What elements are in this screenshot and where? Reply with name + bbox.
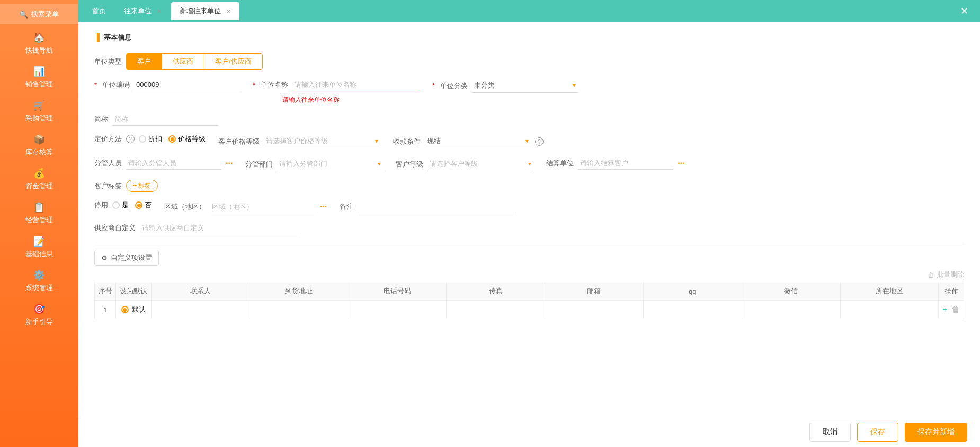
unit-type-label: 单位类型 <box>94 57 122 66</box>
department-select[interactable]: 请输入分管部门 ▾ <box>277 157 383 171</box>
disabled-yes-radio[interactable]: 是 <box>112 200 129 210</box>
region-group: 区域（地区） ··· <box>164 200 327 213</box>
tab-new-trade-unit[interactable]: 新增往来单位 ✕ <box>171 2 239 20</box>
type-btn-supplier[interactable]: 供应商 <box>162 54 204 69</box>
unit-type-group: 单位类型 客户 供应商 客户/供应商 <box>94 53 263 70</box>
cancel-button[interactable]: 取消 <box>809 423 851 442</box>
main-area: 首页 往来单位 ✕ 新增往来单位 ✕ ✕ ▐ 基本信息 单位类型 客户 供应商 … <box>78 0 980 447</box>
pricing-discount-label: 折扣 <box>148 134 162 144</box>
row-address[interactable] <box>250 301 348 319</box>
customer-tag-label: 客户标签 <box>94 181 122 191</box>
pricing-level-radio[interactable]: 价格等级 <box>168 134 206 144</box>
payment-terms-label: 收款条件 <box>393 137 421 146</box>
finance-icon: 💰 <box>33 168 45 179</box>
custom-settings-button[interactable]: ⚙ 自定义项设置 <box>94 250 159 266</box>
row-phone[interactable] <box>348 301 447 319</box>
region-more-btn[interactable]: ··· <box>320 202 327 212</box>
col-index: 序号 <box>95 282 116 301</box>
tab-new-trade-unit-close[interactable]: ✕ <box>226 8 231 15</box>
row-add-button[interactable]: + <box>942 305 947 314</box>
customer-tag-group: 客户标签 + 标签 <box>94 180 158 192</box>
unit-category-select[interactable]: 未分类 ▾ <box>472 78 578 93</box>
supplier-custom-label: 供应商自定义 <box>94 223 136 233</box>
sidebar-item-basic-info[interactable]: 📝 基础信息 <box>0 230 78 264</box>
col-email: 邮箱 <box>545 282 644 301</box>
row-contact[interactable] <box>151 301 250 319</box>
tab-home[interactable]: 首页 <box>84 2 114 20</box>
sidebar-item-label: 新手引导 <box>25 317 53 327</box>
sidebar-item-label: 销售管理 <box>25 80 53 89</box>
sidebar-item-inventory[interactable]: 📦 库存核算 <box>0 128 78 162</box>
row-default-radio[interactable] <box>121 306 129 313</box>
short-name-input[interactable] <box>112 113 218 126</box>
customer-level-label: 客户等级 <box>396 160 423 169</box>
tab-bar: 首页 往来单位 ✕ 新增往来单位 ✕ ✕ <box>78 0 980 22</box>
sidebar-item-operations[interactable]: 📋 经营管理 <box>0 196 78 230</box>
batch-delete-button[interactable]: 🗑 批量删除 <box>928 270 964 279</box>
sidebar-item-sales[interactable]: 📊 销售管理 <box>0 60 78 94</box>
settlement-unit-more-btn[interactable]: ··· <box>678 159 684 168</box>
row-action-cell: + 🗑 <box>939 301 964 319</box>
sidebar-item-system[interactable]: ⚙️ 系统管理 <box>0 264 78 298</box>
pricing-help-icon[interactable]: ? <box>126 135 135 143</box>
payment-help-icon[interactable]: ? <box>535 137 544 146</box>
save-new-button[interactable]: 保存并新增 <box>905 423 967 442</box>
row-region[interactable] <box>840 301 939 319</box>
pricing-level-label: 价格等级 <box>178 134 206 144</box>
row-fax[interactable] <box>447 301 545 319</box>
type-btn-both[interactable]: 客户/供应商 <box>204 54 262 69</box>
batch-delete-icon: 🗑 <box>928 271 934 279</box>
region-input[interactable] <box>210 200 316 213</box>
row-wechat[interactable] <box>742 301 840 319</box>
search-menu-label: 搜索菜单 <box>31 10 59 19</box>
operations-icon: 📋 <box>33 201 45 213</box>
search-menu[interactable]: 🔍 搜索菜单 <box>0 4 78 24</box>
payment-terms-select[interactable]: 现结 ▾ <box>425 134 531 148</box>
row-email[interactable] <box>545 301 644 319</box>
manager-more-btn[interactable]: ··· <box>226 159 233 168</box>
supplier-custom-input[interactable] <box>140 222 299 234</box>
note-input[interactable] <box>358 200 516 213</box>
tag-row: 客户标签 + 标签 <box>94 180 964 192</box>
sidebar-item-purchase[interactable]: 🛒 采购管理 <box>0 94 78 128</box>
settlement-unit-group: 结算单位 ··· <box>546 157 684 170</box>
col-contact: 联系人 <box>151 282 250 301</box>
sidebar-item-label: 基础信息 <box>25 249 53 259</box>
note-group: 备注 <box>340 200 516 213</box>
unit-code-input[interactable] <box>134 78 240 91</box>
disabled-no-radio[interactable]: 否 <box>135 200 152 210</box>
unit-code-label: 单位编码 <box>102 80 130 90</box>
row-delete-button[interactable]: 🗑 <box>951 305 960 314</box>
disabled-label: 停用 <box>94 200 108 210</box>
pricing-row: 定价方法 ? 折扣 价格等级 客户价格等级 请选择客户价格等级 <box>94 134 964 148</box>
unit-name-group: * 单位名称 请输入往来单位名称 <box>253 78 420 104</box>
unit-name-input[interactable] <box>292 78 420 91</box>
row-qq[interactable] <box>643 301 742 319</box>
unit-category-label: 单位分类 <box>440 81 468 91</box>
sidebar-item-guide[interactable]: 🎯 新手引导 <box>0 298 78 332</box>
custom-settings-label: 自定义项设置 <box>111 253 152 262</box>
col-region: 所在地区 <box>840 282 939 301</box>
section-title: 基本信息 <box>104 33 131 42</box>
settlement-unit-input[interactable] <box>578 157 673 170</box>
manager-label: 分管人员 <box>94 159 122 168</box>
department-chevron: ▾ <box>378 160 381 168</box>
payment-terms-chevron: ▾ <box>525 137 529 145</box>
section-icon: ▐ <box>94 33 100 42</box>
save-button[interactable]: 保存 <box>857 423 898 442</box>
unit-category-chevron: ▾ <box>573 82 576 89</box>
manager-input[interactable] <box>126 157 221 170</box>
customer-price-level-select[interactable]: 请选择客户价格等级 ▾ <box>264 134 380 148</box>
window-close-button[interactable]: ✕ <box>954 5 975 17</box>
col-action: 操作 <box>939 282 964 301</box>
customer-level-select[interactable]: 请选择客户等级 ▾ <box>427 157 533 171</box>
sidebar-item-finance[interactable]: 💰 资金管理 <box>0 162 78 196</box>
sidebar-item-quick-nav[interactable]: 🏠 快捷导航 <box>0 27 78 60</box>
tab-trade-units-close[interactable]: ✕ <box>157 8 162 15</box>
type-btn-customer[interactable]: 客户 <box>127 54 162 69</box>
pricing-discount-radio[interactable]: 折扣 <box>139 134 162 144</box>
add-tag-button[interactable]: + 标签 <box>126 180 158 192</box>
tab-trade-units[interactable]: 往来单位 ✕ <box>115 2 170 20</box>
customer-price-level-chevron: ▾ <box>375 137 378 145</box>
contact-table: 序号 设为默认 联系人 到货地址 电话号码 传真 邮箱 qq 微信 所在地区 操… <box>94 282 964 319</box>
